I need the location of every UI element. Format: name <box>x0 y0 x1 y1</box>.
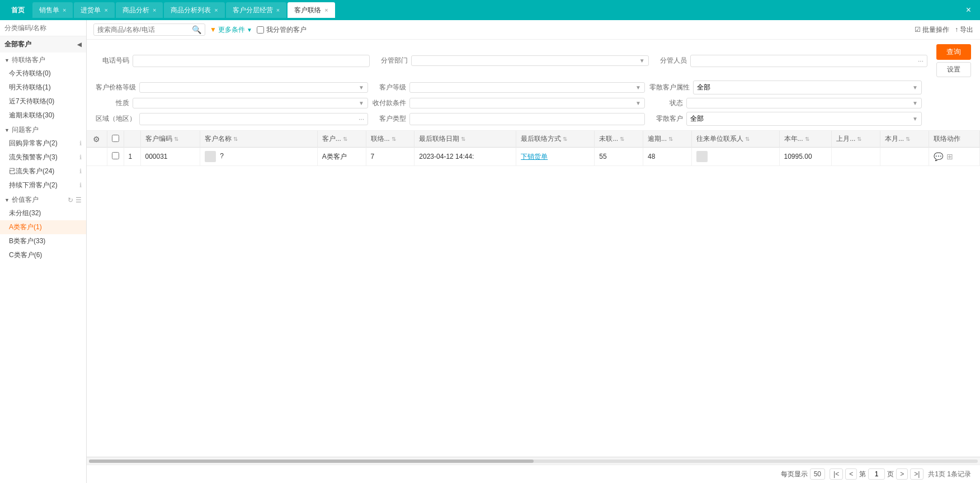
th-this-year[interactable]: 本年... ⇅ <box>779 131 832 148</box>
sidebar-item-c-class[interactable]: C类客户(6) <box>0 248 86 262</box>
action-chat-icon[interactable]: 💬 <box>934 152 943 161</box>
manager-select[interactable]: ··· <box>690 55 927 67</box>
phone-input[interactable] <box>133 55 370 67</box>
filter-search-input[interactable] <box>97 26 190 34</box>
filter-search-icon[interactable]: 🔍 <box>192 25 201 34</box>
th-last-method[interactable]: 最后联络方式 ⇅ <box>516 131 595 148</box>
th-last-date[interactable]: 最后联络日期 ⇅ <box>414 131 516 148</box>
last-method-link[interactable]: 下销货单 <box>521 153 548 160</box>
tab-goods-list[interactable]: 商品分析列表 × <box>164 2 224 18</box>
prev-page-btn[interactable]: < <box>845 468 857 480</box>
sidebar-item-ungroup[interactable]: 未分组(32) <box>0 206 86 220</box>
th-unit-contacts[interactable]: 往来单位联系人 ⇅ <box>691 131 779 148</box>
my-customers-checkbox[interactable] <box>257 26 264 34</box>
customer-level-select[interactable]: ▼ <box>409 82 645 93</box>
th-name[interactable]: 客户名称 ⇅ <box>200 131 317 148</box>
tab-purchase[interactable]: 进货单 × <box>74 2 114 18</box>
tab-sales[interactable]: 销售单 × <box>32 2 73 18</box>
last-page-btn[interactable]: >| <box>910 468 924 480</box>
sort-icon-type: ⇅ <box>343 136 347 142</box>
th-gear[interactable]: ⚙ <box>87 131 107 148</box>
first-page-btn[interactable]: |< <box>830 468 843 480</box>
all-customers-header[interactable]: 全部客户 ◀ <box>0 36 86 53</box>
region-select[interactable]: ··· <box>139 113 368 125</box>
tab-home[interactable]: 首页 <box>4 2 31 18</box>
manager-dots-icon: ··· <box>918 57 924 65</box>
filter-customer-level: 客户等级 ▼ <box>373 82 645 93</box>
th-last-month[interactable]: 上月... ⇅ <box>832 131 880 148</box>
price-level-select[interactable]: ▼ <box>139 82 368 93</box>
th-no-contact[interactable]: 未联... ⇅ <box>595 131 643 148</box>
tab-customer-segment[interactable]: 客户分层经营 × <box>226 2 286 18</box>
customer-avatar <box>205 151 216 162</box>
filter-status: 状态 ▼ <box>649 98 922 108</box>
my-customers-checkbox-area: 我分管的客户 <box>257 25 307 35</box>
status-chevron-icon: ▼ <box>912 100 918 106</box>
add-group-icon[interactable]: ☰ <box>76 196 82 204</box>
close-purchase-tab[interactable]: × <box>104 7 107 13</box>
sidebar-item-a-class[interactable]: A类客户(1) <box>0 220 86 234</box>
status-select[interactable]: ▼ <box>686 98 922 108</box>
horizontal-scrollbar[interactable] <box>87 457 980 465</box>
close-customer-contact-tab[interactable]: × <box>324 7 328 13</box>
sidebar-item-b-class[interactable]: B类客户(33) <box>0 234 86 248</box>
sidebar-item-churn-warning[interactable]: 流失预警客户(3) ℹ <box>0 150 86 164</box>
th-contact-count[interactable]: 联络... ⇅ <box>366 131 414 148</box>
payment-chevron-icon: ▼ <box>635 100 641 106</box>
value-customers-group[interactable]: ▼ 价值客户 ↻ ☰ <box>0 192 86 206</box>
sidebar-item-overdue[interactable]: 逾期未联络(30) <box>0 108 86 122</box>
export-icon: ↑ <box>955 26 958 34</box>
th-type[interactable]: 客户... ⇅ <box>317 131 366 148</box>
payment-select[interactable]: ▼ <box>409 98 645 108</box>
nature-select[interactable]: ▼ <box>133 98 368 108</box>
pending-contact-group[interactable]: ▼ 待联络客户 <box>0 53 86 67</box>
next-page-btn[interactable]: > <box>896 468 908 480</box>
triangle-icon: ▼ <box>4 58 10 63</box>
customer-type-label: 客户类型 <box>373 114 406 124</box>
retail-attr-select[interactable]: 全部 ▼ <box>693 80 922 94</box>
close-goods-list-tab[interactable]: × <box>214 7 218 13</box>
close-sales-tab[interactable]: × <box>63 7 66 13</box>
th-this-month[interactable]: 本月... ⇅ <box>880 131 929 148</box>
batch-op-btn[interactable]: ☑ 批量操作 <box>915 25 949 35</box>
th-code[interactable]: 客户编码 ⇅ <box>140 131 200 148</box>
th-checkbox <box>107 131 124 148</box>
td-this-year: 10995.00 <box>779 148 832 166</box>
status-label: 状态 <box>649 98 683 108</box>
row-checkbox[interactable] <box>112 152 119 159</box>
page-input[interactable] <box>868 468 885 480</box>
sidebar-item-churned[interactable]: 已流失客户(24) ℹ <box>0 164 86 178</box>
query-button[interactable]: 查询 <box>936 44 971 60</box>
tab-goods-analysis[interactable]: 商品分析 × <box>116 2 163 18</box>
close-customer-segment-tab[interactable]: × <box>276 7 280 13</box>
td-last-method[interactable]: 下销货单 <box>516 148 595 166</box>
filter-more-btn[interactable]: ▼ 更多条件 ▼ <box>210 25 252 35</box>
scrollbar-thumb[interactable] <box>89 460 534 463</box>
th-overdue[interactable]: 逾期... ⇅ <box>643 131 691 148</box>
sidebar-item-tomorrow[interactable]: 明天待联络(1) <box>0 80 86 94</box>
sidebar-item-today[interactable]: 今天待联络(0) <box>0 67 86 80</box>
sidebar-item-declining[interactable]: 持续下滑客户(2) ℹ <box>0 178 86 192</box>
sidebar-item-repurchase[interactable]: 回购异常客户(2) ℹ <box>0 136 86 150</box>
tab-customer-contact[interactable]: 客户联络 × <box>288 2 334 18</box>
export-btn[interactable]: ↑ 导出 <box>955 25 973 35</box>
sidebar-item-7days[interactable]: 近7天待联络(0) <box>0 94 86 108</box>
region-label: 区域（地区） <box>96 114 136 124</box>
close-goods-analysis-tab[interactable]: × <box>153 7 156 13</box>
sort-icon-no-contact: ⇅ <box>620 136 624 142</box>
page-size-select[interactable]: 50 <box>810 468 825 480</box>
close-all-btn[interactable]: × <box>962 5 976 15</box>
action-icons: 💬 ⊞ <box>934 152 975 161</box>
setting-button[interactable]: 设置 <box>936 62 971 77</box>
retail-customer-select[interactable]: 全部 ▼ <box>686 112 922 126</box>
select-all-checkbox[interactable] <box>112 135 119 142</box>
dept-select[interactable]: ▼ <box>411 55 648 66</box>
toolbar-right: ☑ 批量操作 ↑ 导出 <box>915 25 973 35</box>
sidebar-search-input[interactable] <box>4 24 87 32</box>
problem-customers-group[interactable]: ▼ 问题客户 <box>0 122 86 136</box>
refresh-icon[interactable]: ↻ <box>68 196 73 204</box>
customer-type-input[interactable] <box>409 113 645 125</box>
action-qr-icon[interactable]: ⊞ <box>946 152 953 161</box>
region-dots-icon: ··· <box>359 115 364 123</box>
gear-icon[interactable]: ⚙ <box>93 135 100 144</box>
